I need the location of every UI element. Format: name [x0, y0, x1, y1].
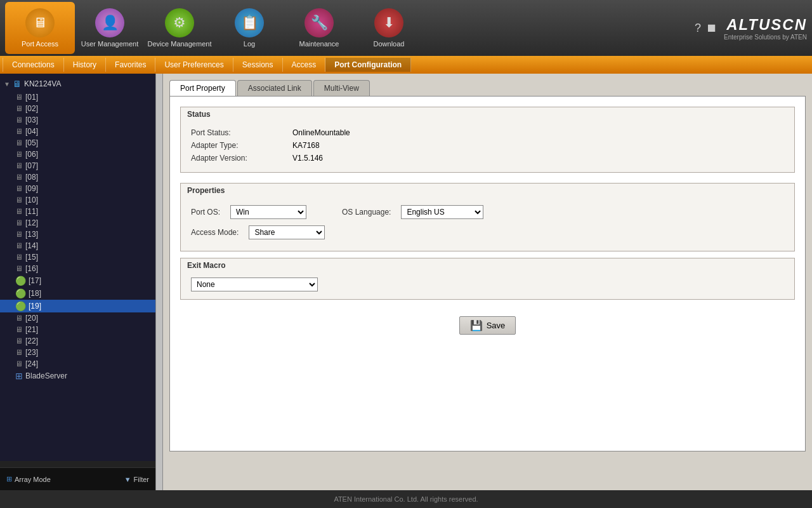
sidebar-item-05[interactable]: 🖥 [05]: [0, 137, 155, 149]
exit-macro-section: Exit Macro None: [180, 258, 795, 300]
sidebar-item-20[interactable]: 🖥 [20]: [0, 312, 155, 324]
adapter-version-label: Adapter Version:: [191, 154, 292, 163]
port-icon-16: 🖥: [15, 264, 23, 273]
sec-nav-history[interactable]: History: [64, 58, 106, 72]
save-button[interactable]: 💾 Save: [459, 316, 516, 335]
access-mode-select[interactable]: Share Exclusive Occupy View Only: [249, 225, 325, 239]
sidebar-item-09[interactable]: 🖥 [09]: [0, 183, 155, 194]
exit-macro-body: None: [181, 272, 794, 299]
sidebar-item-14[interactable]: 🖥 [14]: [0, 240, 155, 251]
status-section: Status Port Status: OnlineMountable Adap…: [180, 107, 795, 173]
port-icon-07: 🖥: [15, 161, 23, 170]
port-os-select[interactable]: Win Linux Mac Sun: [230, 205, 306, 219]
port-icon-14: 🖥: [15, 241, 23, 250]
sidebar-resize-handle[interactable]: [155, 74, 163, 490]
sidebar-item-19[interactable]: 🟢 [19]: [0, 300, 155, 312]
port-icon-04: 🖥: [15, 127, 23, 136]
sidebar-item-15[interactable]: 🖥 [15]: [0, 251, 155, 263]
nav-maintenance[interactable]: 🔧 Maintenance: [284, 2, 354, 54]
sidebar-item-22[interactable]: 🖥 [22]: [0, 335, 155, 347]
filter-icon: ▼: [124, 476, 131, 483]
sec-nav-port-configuration[interactable]: Port Configuration: [325, 58, 411, 72]
sidebar-item-04[interactable]: 🖥 [04]: [0, 126, 155, 137]
array-mode-button[interactable]: ⊞ Array Mode: [6, 475, 51, 483]
sidebar-item-11[interactable]: 🖥 [11]: [0, 206, 155, 217]
sidebar-item-07[interactable]: 🖥 [07]: [0, 160, 155, 171]
port-icon-09: 🖥: [15, 184, 23, 193]
sec-nav-access[interactable]: Access: [283, 58, 326, 72]
sidebar-item-06[interactable]: 🖥 [06]: [0, 149, 155, 160]
sec-nav-favorites[interactable]: Favorites: [106, 58, 155, 72]
filter-button[interactable]: ▼ Filter: [124, 476, 149, 483]
sidebar-item-08[interactable]: 🖥 [08]: [0, 171, 155, 183]
maintenance-icon: 🔧: [304, 8, 334, 37]
nav-port-access[interactable]: 🖥 Port Access: [5, 2, 75, 54]
nav-download[interactable]: ⬇ Download: [354, 2, 424, 54]
sidebar-item-01[interactable]: 🖥 [01]: [0, 91, 155, 103]
device-management-icon: ⚙: [165, 8, 194, 37]
port-label-14: [14]: [25, 241, 38, 250]
kn2124va-icon: 🖥: [13, 79, 22, 89]
sidebar-item-23[interactable]: 🖥 [23]: [0, 347, 155, 358]
sidebar-item-13[interactable]: 🖥 [13]: [0, 229, 155, 240]
port-label-04: [04]: [25, 127, 38, 136]
nav-device-management[interactable]: ⚙ Device Management: [145, 2, 214, 54]
port-label-08: [08]: [25, 173, 38, 182]
tree-root-kn2124va[interactable]: ▼ 🖥 KN2124VA: [0, 76, 155, 91]
collapse-icon[interactable]: ▼: [4, 81, 10, 88]
array-mode-label: Array Mode: [15, 476, 51, 483]
sec-nav-sessions[interactable]: Sessions: [233, 58, 283, 72]
sidebar-item-17[interactable]: 🟢 [17]: [0, 274, 155, 287]
sidebar-item-10[interactable]: 🖥 [10]: [0, 194, 155, 206]
sidebar-item-16[interactable]: 🖥 [16]: [0, 263, 155, 274]
exit-macro-select[interactable]: None: [191, 277, 318, 291]
nav-log[interactable]: 📋 Log: [214, 2, 284, 54]
port-status-label: Port Status:: [191, 128, 292, 137]
help-icon[interactable]: ?: [695, 22, 701, 35]
tab-port-property[interactable]: Port Property: [169, 80, 236, 96]
sidebar-item-18[interactable]: 🟢 [18]: [0, 287, 155, 300]
sidebar-scrollbar-horizontal[interactable]: [0, 461, 155, 467]
status-section-body: Port Status: OnlineMountable Adapter Typ…: [181, 121, 794, 172]
sidebar-item-24[interactable]: 🖥 [24]: [0, 358, 155, 370]
main-area: ▼ 🖥 KN2124VA 🖥 [01] 🖥 [02] 🖥 [03] 🖥 [04]: [0, 74, 812, 490]
save-area: 💾 Save: [170, 306, 805, 345]
access-mode-label: Access Mode:: [191, 228, 239, 237]
kn2124va-label: KN2124VA: [24, 79, 61, 88]
port-os-label: Port OS:: [191, 208, 220, 217]
sidebar-item-03[interactable]: 🖥 [03]: [0, 114, 155, 126]
nav-log-label: Log: [244, 40, 255, 48]
nav-user-management-label: User Management: [81, 40, 139, 48]
tab-multi-view[interactable]: Multi-View: [313, 80, 370, 96]
port-label-09: [09]: [25, 184, 38, 193]
content-area: Port Property Associated Link Multi-View…: [163, 74, 812, 490]
sec-nav-connections[interactable]: Connections: [3, 58, 64, 72]
status-adapter-version-row: Adapter Version: V1.5.146: [191, 152, 784, 164]
port-icon-05: 🖥: [15, 138, 23, 147]
main-panel: Status Port Status: OnlineMountable Adap…: [169, 96, 806, 451]
nav-device-management-label: Device Management: [148, 40, 212, 48]
tab-associated-link[interactable]: Associated Link: [237, 80, 312, 96]
adapter-version-value: V1.5.146: [292, 154, 323, 163]
sidebar-item-blade-server[interactable]: ⊞ BladeServer: [0, 370, 155, 382]
port-icon-11: 🖥: [15, 207, 23, 216]
status-port-status-row: Port Status: OnlineMountable: [191, 126, 784, 139]
settings-icon[interactable]: ⏹: [706, 22, 717, 35]
port-icon-18: 🟢: [15, 288, 26, 298]
port-icon-17: 🟢: [15, 276, 26, 286]
adapter-type-label: Adapter Type:: [191, 141, 292, 150]
sidebar-tree: ▼ 🖥 KN2124VA 🖥 [01] 🖥 [02] 🖥 [03] 🖥 [04]: [0, 74, 155, 461]
array-mode-icon: ⊞: [6, 475, 12, 483]
nav-user-management[interactable]: 👤 User Management: [75, 2, 145, 54]
download-icon: ⬇: [374, 8, 403, 37]
blade-server-icon: ⊞: [15, 371, 23, 381]
adapter-type-value: KA7168: [292, 141, 320, 150]
port-label-06: [06]: [25, 150, 38, 159]
secondary-nav: Connections History Favorites User Prefe…: [0, 56, 812, 74]
os-language-select[interactable]: English US English UK French German Japa…: [401, 205, 483, 219]
sidebar-item-12[interactable]: 🖥 [12]: [0, 217, 155, 229]
sec-nav-user-preferences[interactable]: User Preferences: [155, 58, 233, 72]
sidebar-item-21[interactable]: 🖥 [21]: [0, 324, 155, 335]
sidebar-item-02[interactable]: 🖥 [02]: [0, 103, 155, 114]
status-adapter-type-row: Adapter Type: KA7168: [191, 139, 784, 152]
